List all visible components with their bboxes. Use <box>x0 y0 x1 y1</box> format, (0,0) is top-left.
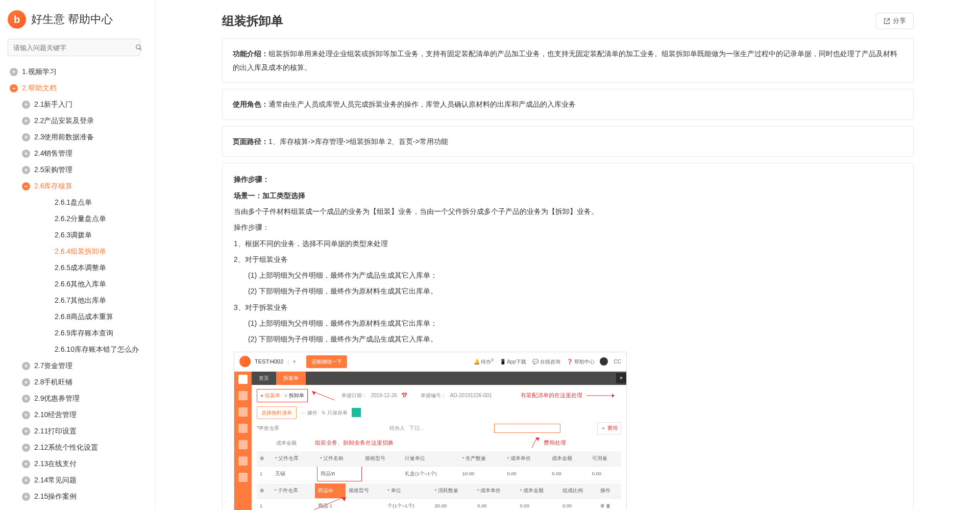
scene1-label: 场景一：加工类型选择 <box>234 189 902 203</box>
nav-2-6-9[interactable]: 2.6.9库存账本查询 <box>32 325 148 342</box>
avatar-icon <box>600 357 608 366</box>
fig-tab-home: 首页 <box>252 372 276 385</box>
fig-try-button: 还能继续一下 <box>306 355 347 369</box>
nav-2-12[interactable]: +2.12系统个性化设置 <box>20 440 148 456</box>
share-button[interactable]: 分享 <box>876 13 914 29</box>
brand-icon: b <box>8 10 26 29</box>
nav-2-6-6[interactable]: 2.6.6其他入库单 <box>32 276 148 293</box>
step-2a: (1) 上部明细为父件明细，最终作为产成品生成其它入库单； <box>234 269 902 282</box>
brand-text: 好生意 帮助中心 <box>31 12 113 27</box>
role-text: 通常由生产人员或库管人员完成拆装业务的操作，库管人员确认原材料的出库和产成品的入… <box>268 100 576 108</box>
nav-2-6-1[interactable]: 2.6.1盘点单 <box>32 195 148 211</box>
path-text: 1、库存核算->库存管理->组装拆卸单 2、首页->常用功能 <box>268 137 448 145</box>
fig-user: CC <box>614 357 621 367</box>
nav-2-1[interactable]: +2.1新手入门 <box>20 96 148 113</box>
svg-marker-9 <box>341 497 346 501</box>
fig-parent-table: ⊕* 父件仓库* 父件名称规格型号计量单位* 生产数量* 成本单价成本金额可用量… <box>257 451 621 481</box>
nav-2-10[interactable]: +2.10经营管理 <box>20 407 148 423</box>
fig-tabs: 首页 拆装单 × <box>252 372 626 385</box>
step-1: 1、根据不同的业务，选择不同单据的类型来处理 <box>234 237 902 251</box>
nav-2-6-2[interactable]: 2.6.2分量盘点单 <box>32 211 148 227</box>
search-icon[interactable] <box>130 39 148 56</box>
fig-chat: 💬 在线咨询 <box>532 357 560 367</box>
fig-title: TEST:H002 <box>255 356 283 367</box>
step-2b: (2) 下部明细为子件明细，最终作为原材料生成其它出库单。 <box>234 284 902 298</box>
embedded-screenshot: TEST:H002 | ▾ 还能继续一下 🔔 待办0 📱 App下载 💬 在线咨… <box>234 352 627 510</box>
step-3b: (2) 下部明细为子件明细，最终作为产成品生成其它入库单。 <box>234 332 902 346</box>
nav-2-7[interactable]: +2.7资金管理 <box>20 358 148 374</box>
fig-side-icon <box>238 473 248 482</box>
role-card: 使用角色：通常由生产人员或库管人员完成拆装业务的操作，库管人员确认原材料的出库和… <box>222 89 914 120</box>
fig-green-icon <box>352 408 361 417</box>
nav-2-13[interactable]: +2.13在线支付 <box>20 456 148 472</box>
arrow-icon <box>524 438 540 448</box>
fig-side-icon <box>238 456 248 466</box>
path-label: 页面路径： <box>233 137 268 145</box>
arrow-icon <box>312 391 337 400</box>
fig-app-dl: 📱 App下载 <box>500 357 526 367</box>
nav-2-9[interactable]: +2.9优惠券管理 <box>20 391 148 407</box>
nav-help-docs[interactable]: −2.帮助文档 <box>8 80 148 96</box>
arrow-icon <box>308 497 349 510</box>
intro-card: 功能介绍：组装拆卸单用来处理企业组装或拆卸等加工业务，支持有固定装配清单的产品加… <box>222 38 914 83</box>
nav-2-6-10[interactable]: 2.6.10库存账本错了怎么办 <box>32 342 148 358</box>
fig-to-field <box>494 424 560 433</box>
step-2: 2、对于组装业务 <box>234 253 902 266</box>
brand-row: b 好生意 帮助中心 <box>8 10 148 29</box>
nav-2-6[interactable]: −2.6库存核算 <box>20 178 148 195</box>
intro-label: 功能介绍： <box>233 50 268 58</box>
nav-2-8[interactable]: +2.8手机旺铺 <box>20 374 148 391</box>
svg-point-0 <box>136 45 140 49</box>
nav-2-4[interactable]: +2.4销售管理 <box>20 145 148 162</box>
fig-wait: 🔔 待办0 <box>474 356 494 367</box>
nav-2-6-8[interactable]: 2.6.8商品成本重算 <box>32 309 148 325</box>
fig-anno-switch: 组装业务、拆卸业务在这里切换 <box>315 438 394 448</box>
step-sub: 操作步骤： <box>234 221 902 234</box>
svg-marker-3 <box>312 391 316 395</box>
fig-side-icon <box>238 424 248 433</box>
nav-2-14[interactable]: +2.14常见问题 <box>20 472 148 489</box>
fig-mat-button: 选择物料清单 <box>257 406 297 420</box>
nav-2-6-7[interactable]: 2.6.7其他出库单 <box>32 293 148 309</box>
fig-anno-cost: 费用处理 <box>544 438 566 448</box>
step-3a: (1) 上部明细为父件明细，最终作为原材料生成其它出库单； <box>234 317 902 330</box>
nav-2-6-5[interactable]: 2.6.5成本调整单 <box>32 260 148 276</box>
fig-help: ❓ 帮助中心 <box>567 357 595 367</box>
nav-2-6-3[interactable]: 2.6.3调拨单 <box>32 227 148 244</box>
nav-2-15[interactable]: +2.15操作案例 <box>20 489 148 505</box>
fig-tab-current: 拆装单 <box>276 372 306 385</box>
close-icon: × <box>616 373 626 383</box>
fig-cost-button: ＋ 费用 <box>597 422 621 434</box>
fig-side-icon <box>238 391 248 400</box>
role-label: 使用角色： <box>233 100 268 108</box>
fig-side-icon <box>238 375 248 384</box>
nav-2-3[interactable]: +2.3使用前数据准备 <box>20 129 148 145</box>
page-title: 组装拆卸单 <box>222 13 283 29</box>
fig-top-bar: TEST:H002 | ▾ 还能继续一下 🔔 待办0 📱 App下载 💬 在线咨… <box>234 352 626 372</box>
search-input[interactable] <box>8 39 140 56</box>
share-icon <box>884 18 890 25</box>
svg-marker-5 <box>612 394 615 398</box>
nav-video-learn[interactable]: +1.视频学习 <box>8 64 148 80</box>
svg-line-1 <box>140 48 142 51</box>
content-body: 操作步骤： 场景一：加工类型选择 当由多个子件材料组装成一个成品的业务为【组装】… <box>222 163 914 510</box>
steps-label: 操作步骤： <box>234 173 902 186</box>
fig-sidebar <box>234 372 252 510</box>
nav-2-6-4[interactable]: 2.6.4组装拆卸单 <box>32 244 148 260</box>
sidebar: b 好生意 帮助中心 +1.视频学习 −2.帮助文档 +2.1新手入门 +2.2… <box>0 0 156 510</box>
scene1-text: 当由多个子件材料组装成一个成品的业务为【组装】业务，当由一个父件拆分成多个子产品… <box>234 205 902 218</box>
main-content: 组装拆卸单 分享 功能介绍：组装拆卸单用来处理企业组装或拆卸等加工业务，支持有固… <box>156 0 980 510</box>
intro-text: 组装拆卸单用来处理企业组装或拆卸等加工业务，支持有固定装配清单的产品加工业务，也… <box>233 50 897 71</box>
fig-anno-list: 有装配清单的在这里处理 <box>521 390 582 401</box>
search-box <box>8 39 148 56</box>
svg-line-6 <box>532 438 537 448</box>
nav-2-5[interactable]: +2.5采购管理 <box>20 162 148 178</box>
fig-side-icon <box>238 440 248 449</box>
path-card: 页面路径：1、库存核算->库存管理->组装拆卸单 2、首页->常用功能 <box>222 126 914 157</box>
nav-2-11[interactable]: +2.11打印设置 <box>20 423 148 440</box>
nav-2-2[interactable]: +2.2产品安装及登录 <box>20 113 148 129</box>
arrow-icon <box>586 394 615 398</box>
fig-side-icon <box>238 407 248 417</box>
fig-logo-icon <box>239 356 251 367</box>
fig-radio-group: 组装单 拆卸单 <box>257 389 308 402</box>
